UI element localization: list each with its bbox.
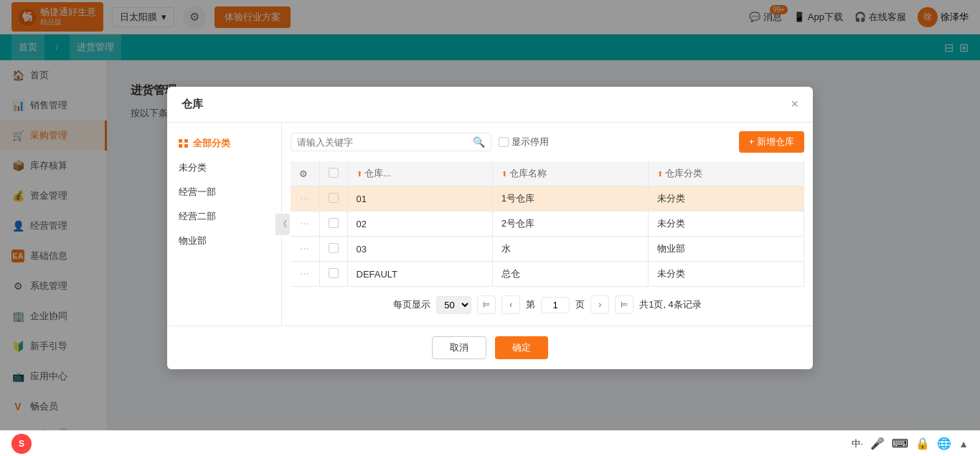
modal-body: 全部分类 未分类 经营一部 经营二部 物业部 《 🔍: [167, 123, 813, 326]
last-page-button[interactable]: ⊨: [615, 295, 633, 314]
row-dots-icon[interactable]: ···: [300, 267, 309, 280]
total-info: 共1页, 4条记录: [639, 298, 702, 311]
warehouse-table: ⚙ ⬆ 仓库... ⬆ 仓库名称: [291, 161, 804, 287]
row-checkbox[interactable]: [329, 243, 339, 253]
pagination: 每页显示 50 ⊨ ‹ 第 页 › ⊨ 共1页, 4条记录: [291, 287, 804, 317]
sort-icon-category: ⬆: [657, 170, 663, 178]
show-disabled-checkbox[interactable]: [499, 137, 509, 147]
table-row: ··· 03 水 物业部: [291, 237, 804, 262]
row-checkbox-cell: [319, 262, 347, 287]
search-box: 🔍: [291, 133, 491, 151]
row-action-cell: ···: [291, 186, 319, 212]
table-row: ··· 01 1号仓库 未分类: [291, 186, 804, 212]
th-category: ⬆ 仓库分类: [648, 161, 804, 186]
table-row: ··· DEFAULT 总仓 未分类: [291, 262, 804, 287]
first-page-button[interactable]: ⊨: [477, 295, 496, 314]
confirm-button[interactable]: 确定: [495, 336, 548, 359]
network-icon[interactable]: 🌐: [937, 437, 951, 450]
row-code: 02: [347, 212, 492, 237]
page-number-input[interactable]: [541, 297, 570, 313]
per-page-select[interactable]: 50: [436, 296, 471, 314]
table-toolbar: 🔍 显示停用 + 新增仓库: [291, 131, 804, 153]
warehouse-modal: 仓库 × 全部分类 未分类 经营一部 经营二部 物业部: [167, 87, 813, 369]
modal-close-button[interactable]: ×: [791, 97, 798, 112]
next-page-button[interactable]: ›: [590, 295, 609, 314]
row-category: 物业部: [648, 237, 804, 262]
row-name: 2号仓库: [492, 212, 648, 237]
row-checkbox[interactable]: [329, 268, 339, 278]
row-code: 03: [347, 237, 492, 262]
row-checkbox-cell: [319, 237, 347, 262]
th-name: ⬆ 仓库名称: [492, 161, 648, 186]
sort-icon-code: ⬆: [357, 170, 362, 178]
category-all-label: 全部分类: [193, 137, 230, 150]
cancel-button[interactable]: 取消: [432, 336, 486, 359]
row-action-cell: ···: [291, 212, 319, 237]
table-container: ⚙ ⬆ 仓库... ⬆ 仓库名称: [291, 161, 804, 287]
category-panel: 全部分类 未分类 经营一部 经营二部 物业部 《: [167, 123, 282, 326]
mic-icon[interactable]: 🎤: [870, 437, 885, 450]
search-icon[interactable]: 🔍: [473, 136, 485, 148]
input-method-label: 中·: [852, 437, 864, 450]
row-name: 1号仓库: [492, 186, 648, 212]
row-dots-icon[interactable]: ···: [300, 192, 309, 204]
row-category: 未分类: [648, 212, 804, 237]
up-arrow-icon[interactable]: ▲: [958, 438, 969, 450]
bottom-logo-icon: S: [11, 434, 32, 454]
row-checkbox[interactable]: [329, 218, 339, 228]
row-name: 水: [492, 237, 648, 262]
bottom-logo: S: [11, 434, 32, 454]
category-item-property[interactable]: 物业部: [167, 229, 281, 253]
select-all-checkbox[interactable]: [329, 168, 339, 178]
page-suffix: 页: [575, 298, 585, 311]
row-category: 未分类: [648, 262, 804, 287]
modal-footer: 取消 确定: [167, 326, 813, 369]
category-item-unclassified[interactable]: 未分类: [167, 156, 281, 180]
bottom-icons: 中· 🎤 ⌨ 🔒 🌐 ▲: [852, 437, 969, 450]
row-dots-icon[interactable]: ···: [300, 242, 309, 255]
row-checkbox-cell: [319, 186, 347, 212]
row-category: 未分类: [648, 186, 804, 212]
table-panel: 🔍 显示停用 + 新增仓库 ⚙: [282, 123, 813, 326]
th-code: ⬆ 仓库...: [347, 161, 492, 186]
table-header-row: ⚙ ⬆ 仓库... ⬆ 仓库名称: [291, 161, 804, 186]
row-checkbox-cell: [319, 212, 347, 237]
prev-page-button[interactable]: ‹: [501, 295, 520, 314]
bottom-bar: S 中· 🎤 ⌨ 🔒 🌐 ▲: [0, 430, 980, 456]
show-disabled-label[interactable]: 显示停用: [499, 136, 549, 148]
search-input[interactable]: [297, 137, 468, 148]
category-collapse-button[interactable]: 《: [275, 214, 290, 235]
category-all-button[interactable]: 全部分类: [167, 131, 281, 156]
lock-icon[interactable]: 🔒: [915, 437, 930, 450]
row-code: 01: [347, 186, 492, 212]
show-disabled-text: 显示停用: [512, 136, 549, 148]
modal-overlay: 仓库 × 全部分类 未分类 经营一部 经营二部 物业部: [0, 0, 980, 456]
row-code: DEFAULT: [347, 262, 492, 287]
row-checkbox[interactable]: [329, 193, 339, 203]
row-dots-icon[interactable]: ···: [300, 217, 309, 229]
grid-icon: [179, 139, 189, 148]
th-check: [319, 161, 347, 186]
sort-icon-name: ⬆: [501, 170, 507, 178]
row-action-cell: ···: [291, 237, 319, 262]
th-gear: ⚙: [291, 161, 319, 186]
per-page-label: 每页显示: [393, 298, 430, 311]
add-warehouse-button[interactable]: + 新增仓库: [739, 131, 804, 153]
row-name: 总仓: [492, 262, 648, 287]
keyboard-icon[interactable]: ⌨: [892, 437, 908, 450]
category-item-ops1[interactable]: 经营一部: [167, 180, 281, 204]
table-row: ··· 02 2号仓库 未分类: [291, 212, 804, 237]
modal-title: 仓库: [182, 98, 203, 111]
category-item-ops2[interactable]: 经营二部: [167, 204, 281, 229]
page-num-label: 第: [526, 298, 535, 311]
row-action-cell: ···: [291, 262, 319, 287]
modal-header: 仓库 ×: [167, 87, 813, 123]
